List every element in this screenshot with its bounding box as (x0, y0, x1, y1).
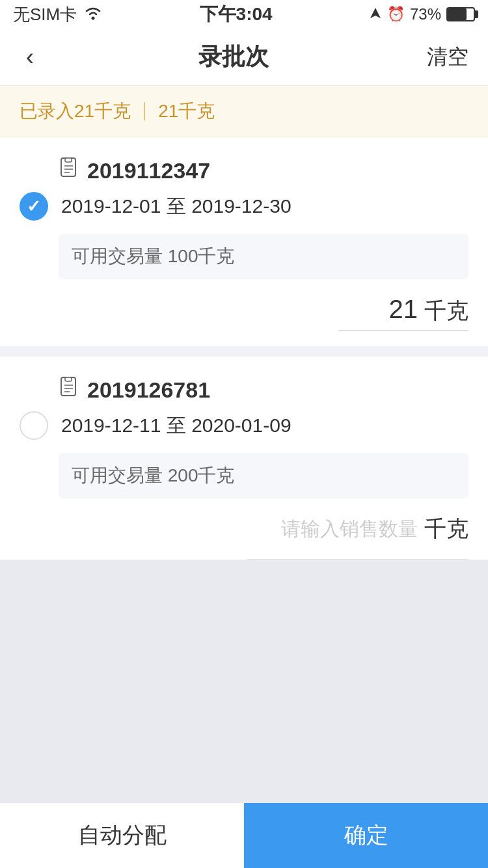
batch1-id: 2019112347 (87, 158, 210, 183)
status-bar: 无SIM卡 下午3:04 ⏰ 73% (0, 0, 488, 29)
status-right: ⏰ 73% (369, 5, 475, 23)
recorded-weight: 已录入21千克 (20, 99, 131, 124)
location-icon (369, 5, 382, 23)
back-button[interactable]: ‹ (20, 37, 40, 77)
batch1-quantity-row: 21 千克 (0, 279, 488, 346)
carrier-text: 无SIM卡 (13, 3, 77, 26)
batch2-id-row: 2019126781 (20, 376, 468, 403)
quantity-input-placeholder: 请输入销售数量 (281, 516, 418, 543)
batch-icon-2 (59, 376, 81, 403)
info-banner: 已录入21千克 21千克 (0, 86, 488, 137)
total-weight: 21千克 (158, 99, 215, 124)
nav-bar: ‹ 录批次 清空 (0, 29, 488, 86)
input-underline (247, 559, 468, 560)
status-left: 无SIM卡 (13, 3, 103, 26)
batch2-date: 2019-12-11 至 2020-01-09 (61, 413, 291, 439)
batch2-radio[interactable] (20, 411, 48, 440)
batch1-card: 2019112347 2019-12-01 至 2019-12-30 可用交易量… (0, 137, 488, 279)
batch2-quantity-unit: 千克 (424, 514, 468, 544)
batch1-quantity-unit: 千克 (424, 296, 468, 326)
bottom-bar: 自动分配 确定 (0, 803, 488, 868)
battery-icon (446, 7, 475, 21)
section-divider-1 (0, 346, 488, 357)
batch1-date-row[interactable]: 2019-12-01 至 2019-12-30 (20, 192, 468, 221)
battery-percent: 73% (410, 5, 441, 23)
batch2-id: 2019126781 (87, 377, 210, 403)
info-divider (144, 102, 145, 120)
batch2-avail: 可用交易量 200千克 (59, 453, 468, 498)
svg-rect-2 (65, 158, 72, 162)
confirm-button[interactable]: 确定 (244, 803, 488, 868)
page-title: 录批次 (198, 41, 269, 73)
svg-point-0 (92, 16, 95, 20)
batch1-avail: 可用交易量 100千克 (59, 234, 468, 279)
alarm-icon: ⏰ (387, 6, 405, 23)
batch1-radio[interactable] (20, 192, 48, 221)
time-display: 下午3:04 (200, 2, 273, 27)
auto-distribute-button[interactable]: 自动分配 (0, 803, 244, 868)
batch2-date-row[interactable]: 2019-12-11 至 2020-01-09 (20, 411, 468, 440)
batch1-id-row: 2019112347 (20, 157, 468, 184)
batch1-quantity-value: 21 (389, 295, 418, 324)
batch1-date: 2019-12-01 至 2019-12-30 (61, 193, 291, 220)
wifi-icon (83, 5, 103, 25)
svg-rect-7 (65, 377, 72, 381)
clear-button[interactable]: 清空 (427, 43, 468, 72)
batch2-card: 2019126781 2019-12-11 至 2020-01-09 可用交易量… (0, 357, 488, 498)
batch-icon-1 (59, 157, 81, 184)
batch2-quantity-input-row[interactable]: 请输入销售数量 千克 (0, 498, 488, 560)
